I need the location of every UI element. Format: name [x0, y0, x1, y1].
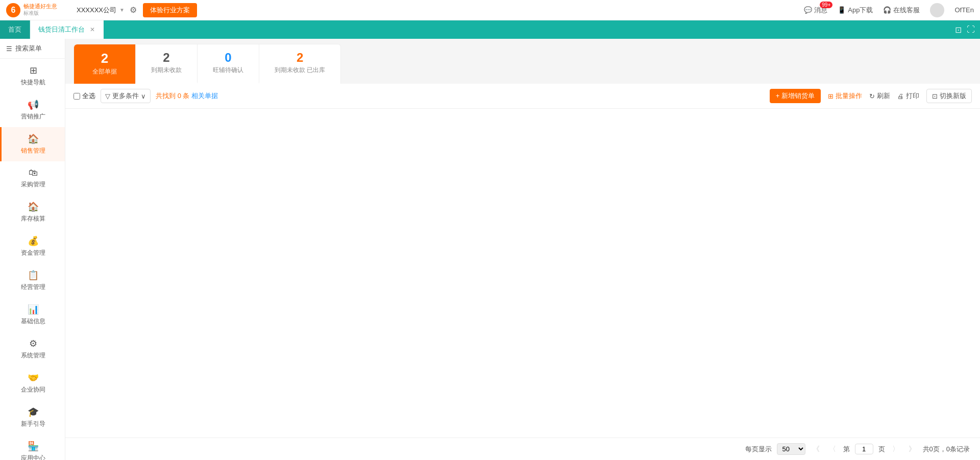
- toolbar: 全选 ▽ 更多条件 ∨ 共找到 0 条 相关单据 + 新增销货单 ⊞: [65, 84, 980, 109]
- batch-action-btn[interactable]: ⊞ 批量操作: [828, 91, 862, 101]
- page-size-select[interactable]: 20 50 100: [777, 443, 805, 455]
- sales-icon: 🏠: [28, 133, 39, 144]
- content-area: 2 全部单据 2 到期未收款 0 旺辅待确认 2 到期未收款 已出库: [65, 39, 980, 460]
- purchase-icon: 🛍: [29, 167, 38, 178]
- last-page-btn[interactable]: 》: [906, 444, 918, 455]
- wangdian-count: 0: [225, 51, 231, 65]
- found-link[interactable]: 相关单据: [191, 92, 218, 100]
- overdue-unshipped-label: 到期未收款 已出库: [275, 66, 325, 75]
- sidebar-item-system[interactable]: ⚙ 系统管理: [0, 332, 65, 366]
- summary-tabs-wrapper: 2 全部单据 2 到期未收款 0 旺辅待确认 2 到期未收款 已出库: [65, 39, 980, 84]
- total-label: 共0页，0条记录: [923, 445, 970, 454]
- marketing-icon: 📢: [28, 99, 39, 110]
- refresh-label: 刷新: [877, 91, 890, 101]
- tab-qhrc-label: 钱货日清工作台: [38, 25, 85, 34]
- inventory-label: 库存核算: [21, 214, 45, 223]
- refresh-icon: ↻: [869, 92, 875, 100]
- settings-icon[interactable]: ⚙: [130, 5, 137, 15]
- batch-icon: ⊞: [828, 92, 834, 100]
- company-selector[interactable]: XXXXXX公司 ▼: [77, 6, 125, 15]
- finance-label: 资金管理: [21, 249, 45, 257]
- logo-text: 畅捷通好生意: [23, 3, 57, 10]
- system-icon: ⚙: [29, 338, 37, 349]
- operations-icon: 📋: [28, 270, 39, 281]
- batch-label: 批量操作: [836, 91, 862, 101]
- table-empty-state: [65, 109, 980, 438]
- sidebar-item-sales[interactable]: 🏠 销售管理: [0, 127, 65, 161]
- enterprise-label: 企业协同: [21, 385, 45, 394]
- tab-qhrc[interactable]: 钱货日清工作台 ✕: [30, 20, 104, 39]
- tab-bar: 首页 钱货日清工作台 ✕ ⊡ ⛶: [0, 20, 980, 39]
- tab-close-icon[interactable]: ✕: [90, 26, 95, 33]
- inventory-icon: 🏠: [28, 201, 39, 212]
- sidebar-item-basic[interactable]: 📊 基础信息: [0, 298, 65, 332]
- sidebar-item-inventory[interactable]: 🏠 库存核算: [0, 195, 65, 229]
- page-label: 第: [843, 445, 850, 454]
- switch-icon: ⊡: [932, 92, 938, 100]
- logo-text-group: 畅捷通好生意 标准版: [23, 3, 57, 17]
- first-page-btn[interactable]: 《: [811, 444, 822, 455]
- new-sales-order-btn[interactable]: + 新增销货单: [770, 89, 821, 103]
- summary-tab-overdue-unpaid[interactable]: 2 到期未收款: [135, 44, 197, 84]
- filter-btn[interactable]: ▽ 更多条件 ∨: [101, 89, 151, 103]
- sidebar-item-finance[interactable]: 💰 资金管理: [0, 229, 65, 263]
- appstore-icon: 🏪: [28, 441, 39, 452]
- tab-restore-btn[interactable]: ⊡: [955, 25, 962, 35]
- print-label: 打印: [906, 91, 919, 101]
- user-name: OfTEn: [954, 6, 974, 14]
- select-all-checkbox[interactable]: 全选: [74, 91, 95, 101]
- sidebar-item-marketing[interactable]: 📢 营销推广: [0, 93, 65, 127]
- online-service-icon: 🎧: [883, 6, 891, 14]
- page-input[interactable]: [855, 444, 873, 454]
- prev-page-btn[interactable]: 〈: [827, 444, 838, 455]
- summary-tab-wangdian[interactable]: 0 旺辅待确认: [197, 44, 259, 84]
- overdue-unshipped-count: 2: [297, 51, 303, 65]
- page-size-label: 每页显示: [745, 445, 772, 454]
- switch-label: 切换新版: [940, 91, 966, 101]
- sidebar-item-enterprise[interactable]: 🤝 企业协同: [0, 366, 65, 400]
- tab-fullscreen-btn[interactable]: ⛶: [967, 25, 975, 34]
- sidebar-item-appstore[interactable]: 🏪 应用中心: [0, 434, 65, 460]
- filter-icon: ▽: [105, 92, 110, 100]
- guide-label: 新手引导: [21, 420, 45, 428]
- tab-bar-actions: ⊡ ⛶: [955, 20, 980, 39]
- top-header: 6 畅捷通好生意 标准版 XXXXXX公司 ▼ ⚙ 体验行业方案 💬 消息 99…: [0, 0, 980, 20]
- table-area: [65, 109, 980, 438]
- basic-label: 基础信息: [21, 317, 45, 326]
- marketing-label: 营销推广: [21, 112, 45, 121]
- message-badge: 99+: [820, 2, 832, 8]
- tab-home[interactable]: 首页: [0, 20, 30, 39]
- search-menu-btn[interactable]: ☰ 搜索菜单: [0, 39, 65, 59]
- sidebar-item-guide[interactable]: 🎓 新手引导: [0, 400, 65, 434]
- avatar[interactable]: [930, 3, 944, 17]
- guide-icon: 🎓: [28, 406, 39, 418]
- summary-tab-all[interactable]: 2 全部单据: [74, 44, 135, 84]
- filter-label: 更多条件: [112, 91, 139, 101]
- system-label: 系统管理: [21, 351, 45, 360]
- print-btn[interactable]: 🖨 打印: [897, 91, 919, 101]
- next-page-btn[interactable]: 〉: [890, 444, 901, 455]
- company-name: XXXXXX公司: [77, 6, 116, 15]
- experience-btn[interactable]: 体验行业方案: [143, 3, 197, 17]
- found-count-area: 共找到 0 条 相关单据: [156, 91, 218, 101]
- all-count: 2: [101, 51, 108, 66]
- filter-arrow-icon: ∨: [141, 92, 146, 100]
- app-download-btn[interactable]: 📱 App下载: [838, 6, 873, 15]
- message-btn[interactable]: 💬 消息 99+: [804, 6, 827, 15]
- sidebar-item-operations[interactable]: 📋 经营管理: [0, 263, 65, 298]
- sidebar-item-quick-nav[interactable]: ⊞ 快捷导航: [0, 59, 65, 93]
- summary-tabs-inner: 2 全部单据 2 到期未收款 0 旺辅待确认 2 到期未收款 已出库: [74, 44, 341, 84]
- refresh-btn[interactable]: ↻ 刷新: [869, 91, 890, 101]
- found-prefix: 共找到: [156, 92, 176, 100]
- select-all-label: 全选: [82, 91, 95, 101]
- overdue-unpaid-label: 到期未收款: [151, 66, 182, 75]
- appstore-label: 应用中心: [21, 454, 45, 460]
- toolbar-right: + 新增销货单 ⊞ 批量操作 ↻ 刷新 🖨 打印 ⊡ 切换新版: [770, 89, 972, 103]
- switch-new-version-btn[interactable]: ⊡ 切换新版: [926, 89, 972, 103]
- toolbar-left: 全选 ▽ 更多条件 ∨ 共找到 0 条 相关单据: [74, 89, 218, 103]
- select-all-input[interactable]: [74, 93, 80, 100]
- online-service-btn[interactable]: 🎧 在线客服: [883, 6, 920, 15]
- pagination-bar: 每页显示 20 50 100 《 〈 第 页 〉 》 共0页，0条记录: [65, 438, 980, 460]
- summary-tab-overdue-unshipped[interactable]: 2 到期未收款 已出库: [259, 44, 340, 84]
- sidebar-item-purchase[interactable]: 🛍 采购管理: [0, 161, 65, 195]
